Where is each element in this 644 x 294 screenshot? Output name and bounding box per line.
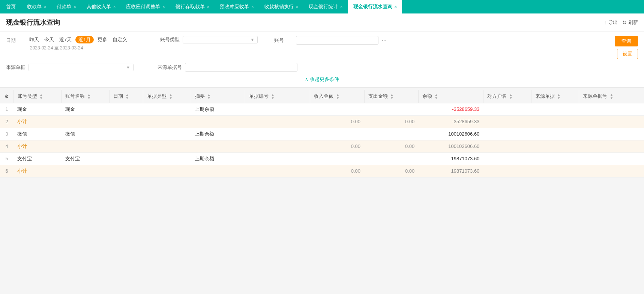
col-source-doc-no[interactable]: 来源单据号 ▲▼ xyxy=(579,90,644,103)
close-icon[interactable]: × xyxy=(44,4,46,9)
table-row: 4 小计 0.00 0.00 100102606.60 xyxy=(0,140,644,152)
shortcut-yesterday[interactable]: 昨天 xyxy=(28,36,41,43)
row-doc-type xyxy=(143,128,191,140)
chevron-down-icon: ▼ xyxy=(251,37,255,42)
row-num: 3 xyxy=(0,128,14,140)
nav-tab-8[interactable]: 现金银行流水查询 × xyxy=(348,0,402,13)
row-doc-type xyxy=(143,152,191,165)
close-icon[interactable]: × xyxy=(251,4,254,9)
col-doc-no[interactable]: 单据编号 ▲▼ xyxy=(245,90,310,103)
date-label: 日期 xyxy=(6,37,25,44)
export-button[interactable]: ↑ 导出 xyxy=(604,19,618,26)
row-expense xyxy=(364,128,418,140)
account-type-select[interactable]: ▼ xyxy=(183,36,258,43)
row-date xyxy=(109,165,143,177)
col-income[interactable]: 收入金额 ▲▼ xyxy=(310,90,364,103)
table-area: ⚙ 账号类型 ▲▼ 账号名称 ▲▼ 日期 ▲▼ 单据类型 ▲▼ xyxy=(0,90,644,178)
row-num: 2 xyxy=(0,115,14,128)
sort-icon: ▲▼ xyxy=(126,93,129,100)
source-doc-num-input[interactable] xyxy=(185,63,297,72)
row-source-doc-no xyxy=(579,140,644,152)
gear-header[interactable]: ⚙ xyxy=(0,90,14,103)
close-icon[interactable]: × xyxy=(340,4,342,9)
close-icon[interactable]: × xyxy=(207,4,209,9)
col-expense[interactable]: 支出金额 ▲▼ xyxy=(364,90,418,103)
col-account-type[interactable]: 账号类型 ▲▼ xyxy=(14,90,62,103)
row-doc-type xyxy=(143,115,191,128)
row-doc-no xyxy=(245,103,310,115)
filter-area: 日期 昨天 今天 近7天 近1月 更多 自定义 2023-02-24 至 202… xyxy=(0,31,644,88)
settings-button[interactable]: 设置 xyxy=(617,49,638,59)
page-header: 现金银行流水查询 ↑ 导出 ↻ 刷新 xyxy=(0,13,644,31)
shortcut-1month[interactable]: 近1月 xyxy=(75,36,94,43)
export-icon: ↑ xyxy=(604,19,606,25)
shortcut-custom[interactable]: 自定义 xyxy=(111,36,129,43)
sort-icon: ▲▼ xyxy=(509,93,512,100)
row-expense: 0.00 xyxy=(364,165,418,177)
sort-icon: ▲▼ xyxy=(336,93,339,100)
row-account-type: 现金 xyxy=(14,103,62,115)
shortcut-7days[interactable]: 近7天 xyxy=(58,36,73,43)
row-expense: 0.00 xyxy=(364,115,418,128)
row-doc-type xyxy=(143,140,191,152)
row-account-name xyxy=(62,115,110,128)
source-doc-select[interactable]: ▼ xyxy=(29,64,134,71)
nav-tab-5[interactable]: 预收冲应收单 × xyxy=(215,0,259,13)
row-balance: 19871073.60 xyxy=(418,152,483,165)
row-doc-no xyxy=(245,152,310,165)
row-date xyxy=(109,140,143,152)
row-balance: -3528659.33 xyxy=(418,115,483,128)
close-icon[interactable]: × xyxy=(162,4,165,9)
close-icon[interactable]: × xyxy=(74,4,76,9)
nav-tab-4[interactable]: 银行存取款单 × xyxy=(170,0,215,13)
source-doc-num-label: 来源单据号 xyxy=(158,64,182,71)
account-label: 账号 xyxy=(274,37,293,44)
row-doc-type xyxy=(143,103,191,115)
col-balance[interactable]: 余额 ▲▼ xyxy=(418,90,483,103)
col-doc-type[interactable]: 单据类型 ▲▼ xyxy=(143,90,191,103)
close-icon[interactable]: × xyxy=(296,4,298,9)
account-input[interactable] xyxy=(296,36,378,45)
row-income xyxy=(310,152,364,165)
row-source-doc xyxy=(531,103,579,115)
nav-tab-2[interactable]: 其他收入单 × xyxy=(81,0,121,13)
sort-icon: ▲▼ xyxy=(207,93,211,100)
source-doc-label: 来源单据 xyxy=(6,64,26,71)
refresh-button[interactable]: ↻ 刷新 xyxy=(622,19,638,26)
row-date xyxy=(109,128,143,140)
nav-tab-1[interactable]: 付款单 × xyxy=(51,0,81,13)
col-summary[interactable]: 摘要 ▲▼ xyxy=(191,90,245,103)
row-counterparty xyxy=(483,128,531,140)
row-source-doc-no xyxy=(579,165,644,177)
table-header-row: ⚙ 账号类型 ▲▼ 账号名称 ▲▼ 日期 ▲▼ 单据类型 ▲▼ xyxy=(0,90,644,103)
close-icon[interactable]: × xyxy=(113,4,116,9)
row-source-doc xyxy=(531,128,579,140)
col-account-name[interactable]: 账号名称 ▲▼ xyxy=(62,90,110,103)
table-row: 2 小计 0.00 0.00 -3528659.33 xyxy=(0,115,644,128)
nav-tab-6[interactable]: 收款核销执行 × xyxy=(259,0,303,13)
sort-icon: ▲▼ xyxy=(434,93,438,100)
row-account-name: 支付宝 xyxy=(62,152,110,165)
nav-tab-7[interactable]: 现金银行统计 × xyxy=(303,0,348,13)
shortcut-more[interactable]: 更多 xyxy=(96,36,109,43)
row-counterparty xyxy=(483,152,531,165)
date-shortcuts: 昨天 今天 近7天 近1月 更多 自定义 xyxy=(28,36,129,43)
shortcut-today[interactable]: 今天 xyxy=(43,36,56,43)
row-doc-no xyxy=(245,128,310,140)
nav-home[interactable]: 首页 xyxy=(0,0,22,13)
collapse-bar[interactable]: ∧ 收起更多条件 xyxy=(6,75,638,84)
gear-icon: ⚙ xyxy=(5,94,9,99)
col-date[interactable]: 日期 ▲▼ xyxy=(109,90,143,103)
query-button[interactable]: 查询 xyxy=(615,36,638,46)
ellipsis-icon[interactable]: ··· xyxy=(381,37,386,44)
close-icon[interactable]: × xyxy=(395,4,397,9)
nav-tab-3[interactable]: 应收应付调整单 × xyxy=(121,0,170,13)
row-income: 0.00 xyxy=(310,115,364,128)
row-source-doc-no xyxy=(579,152,644,165)
data-table: ⚙ 账号类型 ▲▼ 账号名称 ▲▼ 日期 ▲▼ 单据类型 ▲▼ xyxy=(0,90,644,178)
col-source-doc[interactable]: 来源单据 ▲▼ xyxy=(531,90,579,103)
chevron-up-icon: ∧ xyxy=(305,77,308,82)
row-summary: 上期余额 xyxy=(191,103,245,115)
nav-tab-0[interactable]: 收款单 × xyxy=(22,0,51,13)
col-counterparty[interactable]: 对方户名 ▲▼ xyxy=(483,90,531,103)
